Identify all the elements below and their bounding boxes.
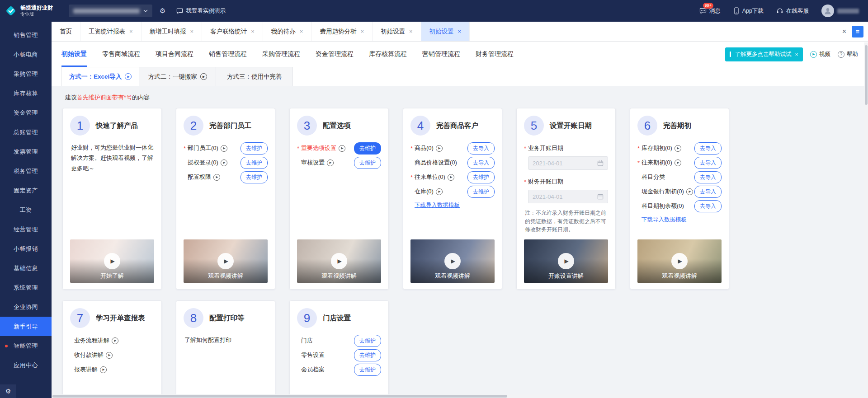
nav-tab-funds-management-flow[interactable]: 资金管理流程 xyxy=(316,42,354,67)
tab-close-icon[interactable]: × xyxy=(458,28,462,35)
sidebar-item-ecommerce[interactable]: 小畅电商 xyxy=(0,45,52,64)
import-button[interactable]: 去导入 xyxy=(694,157,722,169)
tab-customer-contact-stats[interactable]: 客户联络统计 × xyxy=(202,22,263,41)
sidebar-item-system[interactable]: 系统管理 xyxy=(0,278,52,297)
maintain-button[interactable]: 去维护 xyxy=(467,186,495,198)
method-tab-improve-in-use[interactable]: 方式三：使用中完善 xyxy=(216,67,293,86)
play-icon[interactable]: ▶ xyxy=(448,174,454,181)
video-thumbnail[interactable]: ▶ 观看视频讲解 xyxy=(184,239,268,283)
sidebar-item-basic-info[interactable]: 基础信息 xyxy=(0,258,52,278)
tab-salary-stats-report[interactable]: 工资统计报表 × xyxy=(80,22,142,41)
sidebar-item-smart-management[interactable]: 智能管理 xyxy=(0,336,52,356)
nav-tab-sales-management-flow[interactable]: 销售管理流程 xyxy=(209,42,247,67)
sidebar-settings-gear-icon[interactable]: ⚙ xyxy=(0,384,16,398)
nav-tab-initial-setup[interactable]: 初始设置 xyxy=(61,42,87,67)
topbar-settings-gear-icon[interactable]: ⚙ xyxy=(160,7,165,15)
play-icon[interactable]: ▶ xyxy=(112,337,118,344)
tab-close-icon[interactable]: × xyxy=(129,28,133,35)
app-download-button[interactable]: App下载 xyxy=(733,7,764,15)
nav-tab-finance-management-flow[interactable]: 财务管理流程 xyxy=(476,42,514,67)
play-icon[interactable]: ▶ xyxy=(686,188,693,195)
tab-close-icon[interactable]: × xyxy=(251,28,255,35)
tab-initial-setup-1[interactable]: 初始设置 × xyxy=(373,22,421,41)
online-service-button[interactable]: 在线客服 xyxy=(776,7,809,15)
play-icon[interactable]: ▶ xyxy=(436,188,443,195)
finance-opening-date-input[interactable]: 2021-04-01 xyxy=(528,190,608,203)
play-icon[interactable]: ▶ xyxy=(221,159,227,166)
sidebar-item-reimburse[interactable]: 小畅报销 xyxy=(0,239,52,258)
sidebar-item-sales[interactable]: 销售管理 xyxy=(0,25,52,45)
sidebar-item-beginner-guide[interactable]: 新手引导 xyxy=(0,317,52,336)
maintain-button[interactable]: 去维护 xyxy=(354,335,381,347)
method-tab-excel-import[interactable]: 方式一：Excel导入 ▶ xyxy=(61,67,139,86)
tab-close-icon[interactable]: × xyxy=(409,28,413,35)
play-icon[interactable]: ▶ xyxy=(339,145,345,152)
nav-tab-purchase-management-flow[interactable]: 采购管理流程 xyxy=(262,42,300,67)
play-icon[interactable]: ▶ xyxy=(675,159,681,166)
promo-close-icon[interactable]: × xyxy=(795,51,798,58)
play-icon[interactable]: ▶ xyxy=(106,352,113,359)
method-tab-one-click-move[interactable]: 方式二：一键搬家 ▶ xyxy=(139,67,216,86)
nav-tab-marketing-management-flow[interactable]: 营销管理流程 xyxy=(422,42,460,67)
play-icon[interactable]: ▶ xyxy=(221,145,227,152)
demo-link[interactable]: 我要看实例演示 xyxy=(176,7,226,15)
import-button[interactable]: 去导入 xyxy=(467,142,495,155)
maintain-button[interactable]: 去维护 xyxy=(354,364,381,376)
nav-tab-retail-mall-flow[interactable]: 零售商城流程 xyxy=(102,42,140,67)
sidebar-item-collaboration[interactable]: 企业协同 xyxy=(0,297,52,317)
maintain-button[interactable]: 去维护 xyxy=(241,142,268,155)
sidebar-item-tax[interactable]: 税务管理 xyxy=(0,161,52,181)
import-button[interactable]: 去导入 xyxy=(694,171,722,183)
import-button[interactable]: 去导入 xyxy=(694,200,722,212)
tab-my-todo[interactable]: 我的待办 × xyxy=(263,22,312,41)
tab-close-icon[interactable]: × xyxy=(360,28,364,35)
maintain-button[interactable]: 去维护 xyxy=(241,171,268,183)
play-icon[interactable]: ▶ xyxy=(436,145,443,152)
play-icon[interactable]: ▶ xyxy=(675,145,681,152)
maintain-button[interactable]: 去维护 xyxy=(354,157,381,169)
business-opening-date-input[interactable]: 2021-04-01 xyxy=(528,156,608,170)
tab-expense-trend[interactable]: 费用趋势分析 × xyxy=(311,22,373,41)
close-tabs-icon[interactable]: × xyxy=(841,28,847,36)
import-button[interactable]: 去导入 xyxy=(467,157,495,169)
user-account[interactable] xyxy=(821,5,859,17)
video-button[interactable]: ▶ 视频 xyxy=(810,51,830,58)
organization-selector[interactable] xyxy=(69,5,152,17)
tab-initial-setup-2[interactable]: 初始设置 × xyxy=(421,22,470,41)
sidebar-item-general-ledger[interactable]: 总账管理 xyxy=(0,122,52,142)
play-icon[interactable]: ▶ xyxy=(200,73,207,80)
nav-tab-project-contract-flow[interactable]: 项目合同流程 xyxy=(156,42,193,67)
import-button[interactable]: 去导入 xyxy=(694,142,722,155)
vertical-scrollbar-thumb[interactable] xyxy=(865,45,868,105)
video-thumbnail[interactable]: ▶ 开始了解 xyxy=(70,239,154,283)
sidebar-item-invoice[interactable]: 发票管理 xyxy=(0,142,52,161)
sidebar-item-app-center[interactable]: 应用中心 xyxy=(0,356,52,375)
tab-close-icon[interactable]: × xyxy=(190,28,194,35)
tab-list-icon[interactable]: ≡ xyxy=(852,26,863,37)
import-button[interactable]: 去导入 xyxy=(694,186,722,198)
sidebar-item-inventory[interactable]: 库存核算 xyxy=(0,84,52,103)
messages-button[interactable]: 99+ 消息 xyxy=(699,7,721,15)
tab-new-timesheet[interactable]: 新增工时填报 × xyxy=(142,22,203,41)
horizontal-scrollbar-thumb[interactable] xyxy=(52,395,507,398)
maintain-button[interactable]: 去维护 xyxy=(354,349,381,361)
video-thumbnail[interactable]: ▶ 观看视频讲解 xyxy=(637,239,722,283)
play-icon[interactable]: ▶ xyxy=(125,73,132,80)
play-icon[interactable]: ▶ xyxy=(327,159,334,166)
sidebar-item-funds[interactable]: 资金管理 xyxy=(0,103,52,122)
sidebar-item-operations[interactable]: 经营管理 xyxy=(0,220,52,239)
download-template-link[interactable]: 下载导入数据模板 xyxy=(642,216,722,224)
maintain-button[interactable]: 去维护 xyxy=(467,171,495,183)
maintain-button[interactable]: 去维护 xyxy=(354,142,381,155)
sidebar-item-purchase[interactable]: 采购管理 xyxy=(0,64,52,84)
video-thumbnail[interactable]: ▶ 开账设置讲解 xyxy=(524,239,608,283)
sidebar-item-fixed-assets[interactable]: 固定资产 xyxy=(0,181,52,200)
tab-close-icon[interactable]: × xyxy=(300,28,303,35)
video-thumbnail[interactable]: ▶ 观看视频讲解 xyxy=(410,239,495,283)
video-thumbnail[interactable]: ▶ 观看视频讲解 xyxy=(297,239,381,283)
tab-home[interactable]: 首页 xyxy=(52,22,80,41)
play-icon[interactable]: ▶ xyxy=(100,366,107,373)
maintain-button[interactable]: 去维护 xyxy=(241,157,268,169)
nav-tab-inventory-accounting-flow[interactable]: 库存核算流程 xyxy=(369,42,407,67)
promo-banner[interactable]: 了解更多点击帮助试试 × xyxy=(725,47,803,61)
